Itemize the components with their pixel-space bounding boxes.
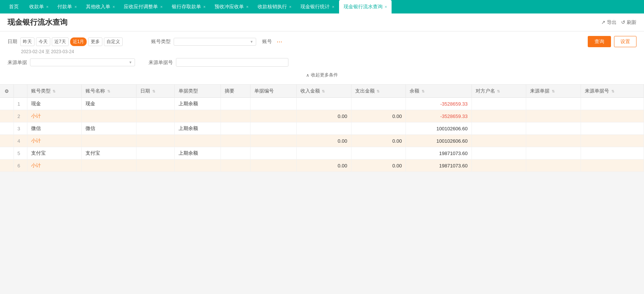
sort-icon: ⇅ [152,89,155,93]
cell-source-doc [526,135,581,147]
cell-income: 0.00 [296,135,351,147]
tab-close-icon[interactable]: × [160,4,162,9]
date-option-昨天[interactable]: 昨天 [20,37,35,46]
table-header: ⚙账号类型 ⇅账号名称 ⇅日期 ⇅单据类型摘要单据编号收入金额 ⇅支出金额 ⇅余… [0,85,644,98]
cell-date [137,110,175,122]
date-option-更多[interactable]: 更多 [88,37,102,46]
nav-tab-现金银行统计[interactable]: 现金银行统计× [296,0,339,13]
nav-tab-现金银行流水查询[interactable]: 现金银行流水查询× [339,0,392,13]
nav-tab-其他收入单[interactable]: 其他收入单× [81,0,119,13]
header-actions: ↗ 导出 ↺ 刷新 [601,19,636,26]
cell-account-type: 小计 [27,160,82,172]
cell-source-doc [526,147,581,160]
sort-icon: ⇅ [611,89,614,93]
tab-label: 其他收入单 [86,3,110,10]
collapse-label: 收起更多条件 [311,72,338,78]
source-doc-filter: 来源单据 ▾ [8,58,135,66]
nav-tab-付款单[interactable]: 付款单× [53,0,81,13]
row-gear-cell [0,122,14,135]
sort-icon: ⇅ [497,89,500,93]
cell-expense: 0.00 [351,160,406,172]
collapse-bar[interactable]: ∧ 收起更多条件 [8,70,636,80]
th-source_doc[interactable]: 来源单据 ⇅ [526,85,581,98]
source-doc-select[interactable]: ▾ [30,58,135,66]
account-type-select[interactable]: ▾ [174,38,256,46]
cell-doc-type [175,160,221,172]
tab-close-icon[interactable]: × [246,4,248,9]
cell-counterparty [471,160,526,172]
cell-balance: 100102606.60 [406,122,471,135]
row-gear-cell [0,110,14,122]
cell-counterparty [471,147,526,160]
source-doc-label: 来源单据 [8,59,27,66]
account-type-filter: 账号类型 ▾ [151,38,256,46]
account-type-label: 账号类型 [151,38,171,45]
cell-counterparty [471,122,526,135]
date-filter: 日期 昨天今天近7天近1月更多自定义 [8,37,123,46]
tab-close-icon[interactable]: × [46,4,48,9]
cell-doc-no [251,98,297,110]
cell-doc-type: 上期余额 [175,98,221,110]
tab-close-icon[interactable]: × [332,4,334,9]
nav-tab-预收冲应收单[interactable]: 预收冲应收单× [210,0,253,13]
cell-counterparty [471,98,526,110]
source-doc-chevron-icon: ▾ [129,60,132,65]
th-counterparty[interactable]: 对方户名 ⇅ [471,85,526,98]
page-header: 现金银行流水查询 ↗ 导出 ↺ 刷新 [0,13,644,31]
cell-source-doc-no [581,147,644,160]
nav-tab-收款核销执行[interactable]: 收款核销执行× [253,0,296,13]
cell-doc-type [175,135,221,147]
export-icon: ↗ [601,19,605,25]
date-option-近1月[interactable]: 近1月 [70,37,87,46]
th-account_name[interactable]: 账号名称 ⇅ [82,85,137,98]
sort-icon: ⇅ [552,89,555,93]
date-label: 日期 [8,38,17,45]
cell-date [137,135,175,147]
nav-tab-收款单[interactable]: 收款单× [25,0,53,13]
th-balance[interactable]: 余额 ⇅ [406,85,471,98]
cell-doc-no [251,110,297,122]
refresh-button[interactable]: ↺ 刷新 [621,19,636,26]
th-account_type[interactable]: 账号类型 ⇅ [27,85,82,98]
tab-close-icon[interactable]: × [74,4,77,9]
th-income[interactable]: 收入金额 ⇅ [296,85,351,98]
table-row: 3微信微信上期余额100102606.60 [0,122,644,135]
account-dots-button[interactable]: ··· [275,38,284,46]
settings-button[interactable]: 设置 [614,36,636,47]
cell-account-name: 支付宝 [82,147,137,160]
cell-summary [221,135,250,147]
cell-doc-type [175,110,221,122]
export-button[interactable]: ↗ 导出 [601,19,617,26]
nav-tab-银行存取款单[interactable]: 银行存取款单× [167,0,210,13]
sort-icon: ⇅ [322,89,325,93]
account-label: 账号 [262,38,272,45]
cell-source-doc-no [581,98,644,110]
tab-close-icon[interactable]: × [113,4,115,9]
tab-close-icon[interactable]: × [203,4,206,9]
table-body: 1现金现金上期余额-3528659.332小计0.000.00-3528659.… [0,98,644,172]
date-option-自定义[interactable]: 自定义 [104,37,123,46]
tab-close-icon[interactable]: × [289,4,291,9]
gear-icon[interactable]: ⚙ [5,88,9,94]
row-index: 5 [14,147,27,160]
th-source_doc_no[interactable]: 来源单据号 ⇅ [581,85,644,98]
cell-source-doc-no [581,110,644,122]
cell-date [137,122,175,135]
th-expense[interactable]: 支出金额 ⇅ [351,85,406,98]
th-index [14,85,27,98]
cell-account-name: 微信 [82,122,137,135]
cell-income: 0.00 [296,160,351,172]
cell-source-doc [526,160,581,172]
cell-date [137,98,175,110]
source-doc-no-input[interactable] [176,58,288,67]
tab-close-icon[interactable]: × [385,4,387,9]
date-option-今天[interactable]: 今天 [36,37,50,46]
th-date[interactable]: 日期 ⇅ [137,85,175,98]
date-option-近7天[interactable]: 近7天 [52,37,69,46]
table-row: 6小计0.000.0019871073.60 [0,160,644,172]
cell-doc-type: 上期余额 [175,122,221,135]
nav-tab-应收应付调整单[interactable]: 应收应付调整单× [119,0,167,13]
source-doc-no-filter: 来源单据号 [149,58,288,67]
query-button[interactable]: 查询 [588,36,611,47]
nav-home[interactable]: 首页 [3,3,25,10]
